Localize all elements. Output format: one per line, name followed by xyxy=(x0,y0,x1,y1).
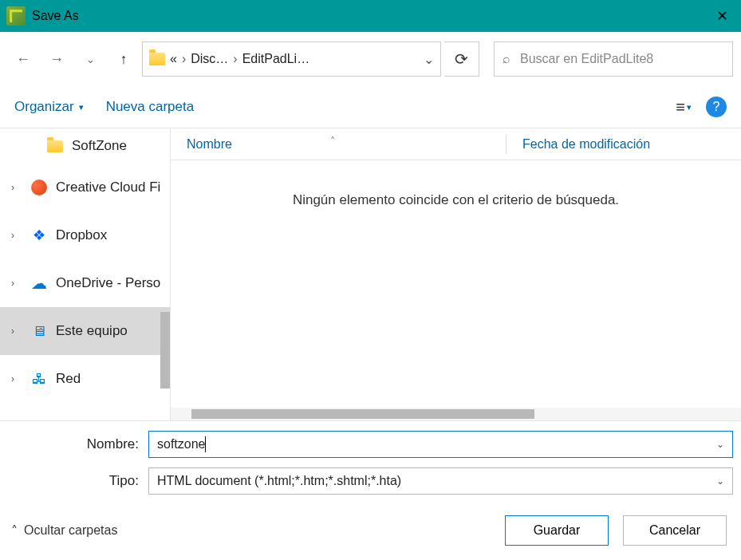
sidebar-item-label: Dropbox xyxy=(56,227,107,243)
close-button[interactable]: ✕ xyxy=(709,3,735,29)
network-icon: 🖧 xyxy=(30,370,48,388)
scroll-thumb[interactable] xyxy=(191,409,534,419)
column-header-modified[interactable]: Fecha de modificación xyxy=(506,137,666,152)
hide-folders-label: Ocultar carpetas xyxy=(24,523,117,538)
window-title: Save As xyxy=(32,9,709,23)
up-button[interactable]: ↑ xyxy=(108,44,139,74)
search-box[interactable]: ⌕ xyxy=(494,41,733,77)
folder-icon xyxy=(149,53,165,65)
filename-input-combo[interactable]: softzone ⌄ xyxy=(148,431,733,458)
folder-icon xyxy=(46,137,64,155)
list-view-icon: ≡ xyxy=(676,98,684,116)
footer: Nombre: softzone ⌄ Tipo: HTML document (… xyxy=(0,420,741,560)
text-cursor xyxy=(205,436,206,452)
breadcrumb-segment[interactable]: EditPadLi… xyxy=(242,52,310,66)
filename-row: Nombre: softzone ⌄ xyxy=(0,426,741,463)
sidebar: SoftZone › Creative Cloud Fi › ❖ Dropbox… xyxy=(0,128,170,420)
actions-row: ˄ Ocultar carpetas Guardar Cancelar xyxy=(0,499,741,546)
search-icon: ⌕ xyxy=(503,52,510,66)
expander-icon[interactable]: › xyxy=(11,182,22,193)
hide-folders-toggle[interactable]: ˄ Ocultar carpetas xyxy=(11,523,117,538)
chevron-up-icon: ˄ xyxy=(11,523,18,538)
new-folder-button[interactable]: Nueva carpeta xyxy=(106,99,195,115)
creative-cloud-icon xyxy=(30,179,48,196)
column-headers: Nombre ˄ Fecha de modificación xyxy=(171,128,741,160)
file-list-pane: Nombre ˄ Fecha de modificación Ningún el… xyxy=(170,128,741,420)
dropbox-icon: ❖ xyxy=(30,227,48,244)
column-header-name[interactable]: Nombre ˄ xyxy=(171,137,506,152)
filename-value[interactable]: softzone xyxy=(157,437,205,452)
expander-icon[interactable]: › xyxy=(11,373,22,385)
search-input[interactable] xyxy=(518,51,724,67)
filetype-select[interactable]: HTML document (*.html;*.htm;*.shtml;*.ht… xyxy=(148,467,733,495)
navigation-row: ← → ⌄ ↑ « › Disc… › EditPadLi… ⌄ ⟳ ⌕ xyxy=(0,32,741,86)
onedrive-icon: ☁ xyxy=(30,274,48,292)
sidebar-item-label: Este equipo xyxy=(56,323,128,339)
sidebar-item-red[interactable]: › 🖧 Red xyxy=(0,355,170,403)
breadcrumb[interactable]: « › Disc… › EditPadLi… xyxy=(170,52,419,66)
forward-button: → xyxy=(41,44,72,74)
app-icon xyxy=(6,6,26,26)
sidebar-item-label: OneDrive - Perso xyxy=(56,275,160,291)
expander-icon[interactable]: › xyxy=(11,325,22,337)
sidebar-item-onedrive[interactable]: › ☁ OneDrive - Perso xyxy=(0,259,170,307)
sidebar-item-label: Red xyxy=(56,371,81,387)
expander-icon[interactable]: › xyxy=(11,230,22,241)
back-button[interactable]: ← xyxy=(8,44,38,74)
sort-asc-icon: ˄ xyxy=(330,136,335,147)
refresh-button[interactable]: ⟳ xyxy=(444,41,479,77)
save-button[interactable]: Guardar xyxy=(505,515,609,546)
chevron-right-icon: › xyxy=(182,52,186,66)
filename-label: Nombre: xyxy=(8,436,148,452)
sidebar-item-dropbox[interactable]: › ❖ Dropbox xyxy=(0,211,170,259)
pc-icon: 🖥 xyxy=(30,322,48,340)
path-dropdown[interactable]: ⌄ xyxy=(424,52,434,67)
sidebar-item-label: Creative Cloud Fi xyxy=(56,179,160,195)
organize-label: Organizar xyxy=(14,99,74,115)
help-button[interactable]: ? xyxy=(706,97,727,117)
breadcrumb-bar[interactable]: « › Disc… › EditPadLi… ⌄ xyxy=(142,41,441,77)
sidebar-item-este-equipo[interactable]: › 🖥 Este equipo xyxy=(0,307,170,355)
filetype-dropdown[interactable]: ⌄ xyxy=(716,475,724,487)
horizontal-scrollbar[interactable] xyxy=(171,408,741,420)
organize-menu[interactable]: Organizar ▾ xyxy=(14,99,84,115)
empty-message: Ningún elemento coincide con el criterio… xyxy=(171,160,741,408)
cancel-button[interactable]: Cancelar xyxy=(623,515,727,546)
titlebar: Save As ✕ xyxy=(0,0,741,32)
view-options-button[interactable]: ≡ ▾ xyxy=(676,98,692,116)
filetype-row: Tipo: HTML document (*.html;*.htm;*.shtm… xyxy=(0,463,741,499)
sidebar-item-label: SoftZone xyxy=(72,138,127,154)
chevron-down-icon: ▾ xyxy=(687,102,692,112)
sidebar-item-creative-cloud[interactable]: › Creative Cloud Fi xyxy=(0,164,170,211)
sidebar-item-softzone[interactable]: SoftZone xyxy=(0,128,170,164)
breadcrumb-segment[interactable]: Disc… xyxy=(191,52,228,66)
sidebar-scrollbar[interactable] xyxy=(160,312,170,388)
column-label: Nombre xyxy=(187,137,232,151)
filetype-value: HTML document (*.html;*.htm;*.shtml;*.ht… xyxy=(157,474,401,488)
filename-dropdown[interactable]: ⌄ xyxy=(716,439,724,450)
toolbar: Organizar ▾ Nueva carpeta ≡ ▾ ? xyxy=(0,86,741,128)
history-dropdown[interactable]: ⌄ xyxy=(75,44,105,74)
breadcrumb-overflow[interactable]: « xyxy=(170,52,177,66)
expander-icon[interactable]: › xyxy=(11,278,22,289)
chevron-right-icon: › xyxy=(233,52,237,66)
body: SoftZone › Creative Cloud Fi › ❖ Dropbox… xyxy=(0,128,741,420)
chevron-down-icon: ▾ xyxy=(79,102,84,112)
filetype-label: Tipo: xyxy=(8,473,148,489)
